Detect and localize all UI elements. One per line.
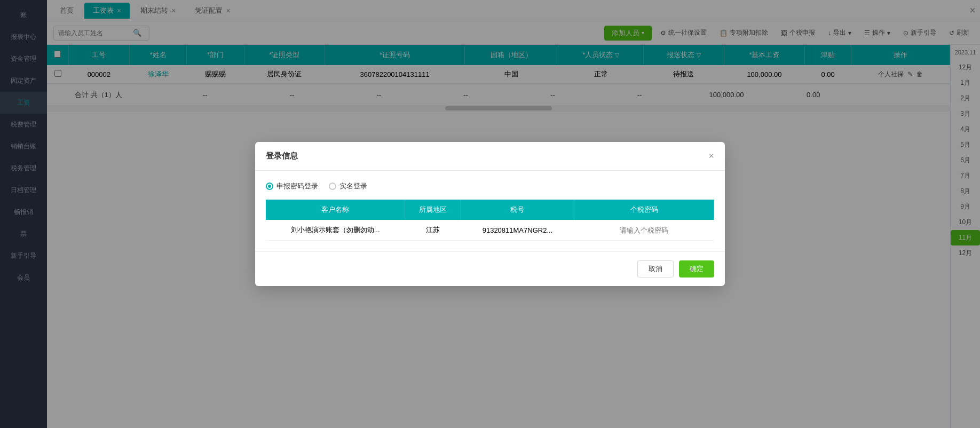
radio-password-dot <box>266 183 273 190</box>
dialog-title: 登录信息 <box>266 151 298 161</box>
col-tax-password: 个税密码 <box>574 200 714 220</box>
tax-password-cell[interactable] <box>574 220 714 241</box>
login-dialog: 登录信息 × 申报密码登录 实名登录 客户名称 所属地区 <box>255 142 725 286</box>
cancel-button[interactable]: 取消 <box>637 260 674 278</box>
dialog-header: 登录信息 × <box>255 142 725 171</box>
dialog-close-btn[interactable]: × <box>708 150 714 162</box>
region-cell: 江苏 <box>405 220 461 241</box>
radio-password-label: 申报密码登录 <box>276 181 318 191</box>
login-table-row: 刘小艳演示账套（勿删勿动... 江苏 91320811MA7NGR2... <box>266 220 714 241</box>
tax-password-input[interactable] <box>581 226 708 234</box>
dialog-body: 申报密码登录 实名登录 客户名称 所属地区 税号 个税密码 <box>255 171 725 251</box>
col-region: 所属地区 <box>405 200 461 220</box>
radio-realname-label: 实名登录 <box>339 181 367 191</box>
login-table: 客户名称 所属地区 税号 个税密码 刘小艳演示账套（勿删勿动... 江苏 913… <box>266 200 714 241</box>
col-client-name: 客户名称 <box>266 200 405 220</box>
radio-realname-dot <box>329 183 336 190</box>
confirm-button[interactable]: 确定 <box>679 260 714 278</box>
dialog-overlay: 登录信息 × 申报密码登录 实名登录 客户名称 所属地区 <box>0 0 980 428</box>
radio-password-login[interactable]: 申报密码登录 <box>266 181 318 191</box>
col-tax-no: 税号 <box>461 200 574 220</box>
client-name-cell: 刘小艳演示账套（勿删勿动... <box>266 220 405 241</box>
tax-no-cell: 91320811MA7NGR2... <box>461 220 574 241</box>
radio-group: 申报密码登录 实名登录 <box>266 181 714 191</box>
dialog-footer: 取消 确定 <box>255 251 725 286</box>
radio-realname-login[interactable]: 实名登录 <box>329 181 367 191</box>
